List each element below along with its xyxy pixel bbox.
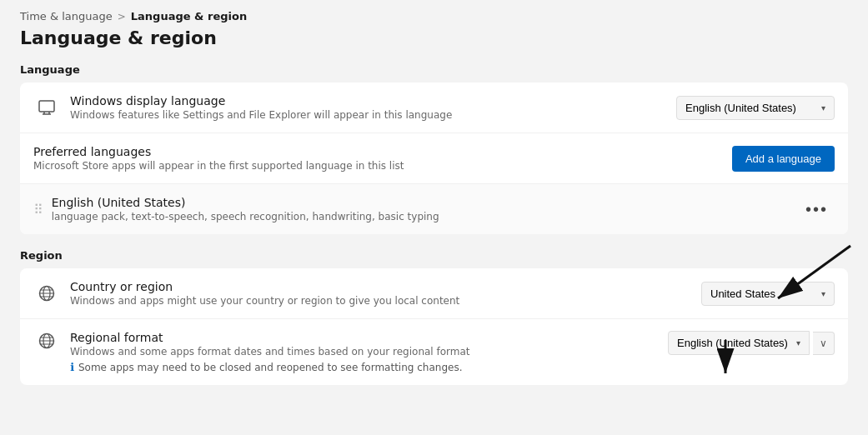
country-region-title: Country or region [70,280,701,293]
info-icon: ℹ [70,361,74,373]
regional-format-note: ℹ Some apps may need to be closed and re… [70,361,668,373]
regional-format-expand-button[interactable]: ∨ [813,332,835,355]
regional-format-content: Regional format Windows and some apps fo… [70,331,668,373]
breadcrumb-parent[interactable]: Time & language [20,10,113,22]
svg-rect-0 [39,101,54,112]
breadcrumb-current: Language & region [131,10,247,22]
regional-format-row: Regional format Windows and some apps fo… [20,319,848,385]
globe-clock-icon [33,332,60,349]
regional-format-subtitle: Windows and some apps format dates and t… [70,346,668,358]
preferred-languages-content: Preferred languages Microsoft Store apps… [33,145,732,172]
regional-format-dropdown[interactable]: English (United States) ▾ [668,331,810,355]
windows-display-action: English (United States) ▾ [676,96,835,120]
chevron-down-icon: ▾ [821,103,825,112]
language-section-label: Language [20,63,848,76]
regional-format-action: English (United States) ▾ ∨ [668,331,835,355]
windows-display-subtitle: Windows features like Settings and File … [70,109,676,121]
english-us-subtitle: language pack, text-to-speech, speech re… [52,211,799,222]
preferred-languages-row: Preferred languages Microsoft Store apps… [20,133,848,184]
country-region-content: Country or region Windows and apps might… [70,280,701,307]
region-section-label: Region [20,249,848,262]
english-us-content: English (United States) language pack, t… [52,196,799,222]
windows-display-dropdown-value: English (United States) [685,102,796,114]
chevron-down-icon: ▾ [796,338,800,348]
more-options-button[interactable]: ••• [799,197,835,222]
monitor-icon [33,100,60,115]
english-us-row: ⠿ English (United States) language pack,… [20,184,848,234]
chevron-down-icon: ▾ [821,289,825,298]
preferred-languages-action: Add a language [732,146,835,172]
region-card: Country or region Windows and apps might… [20,268,848,385]
windows-display-content: Windows display language Windows feature… [70,94,676,121]
country-region-subtitle: Windows and apps might use your country … [70,295,701,307]
english-us-action: ••• [799,197,835,222]
windows-display-dropdown[interactable]: English (United States) ▾ [676,96,835,120]
country-region-dropdown-value: United States [710,288,775,300]
preferred-languages-subtitle: Microsoft Store apps will appear in the … [33,160,732,172]
add-language-button[interactable]: Add a language [732,146,835,172]
regional-format-title: Regional format [70,331,668,344]
globe-icon [33,285,60,302]
regional-format-note-text: Some apps may need to be closed and reop… [78,362,463,373]
page-title: Language & region [20,28,848,48]
preferred-languages-title: Preferred languages [33,145,732,158]
english-us-title: English (United States) [52,196,799,209]
country-region-row: Country or region Windows and apps might… [20,268,848,319]
windows-display-title: Windows display language [70,94,676,108]
language-card: Windows display language Windows feature… [20,82,848,234]
country-region-dropdown[interactable]: United States ▾ [701,282,835,306]
windows-display-language-row: Windows display language Windows feature… [20,82,848,133]
country-region-action: United States ▾ [701,282,835,306]
regional-format-dropdown-value: English (United States) [677,337,788,349]
drag-handle-icon: ⠿ [33,202,43,218]
breadcrumb: Time & language > Language & region [20,10,848,22]
breadcrumb-separator: > [118,11,126,22]
regional-format-controls: English (United States) ▾ ∨ [668,331,835,355]
